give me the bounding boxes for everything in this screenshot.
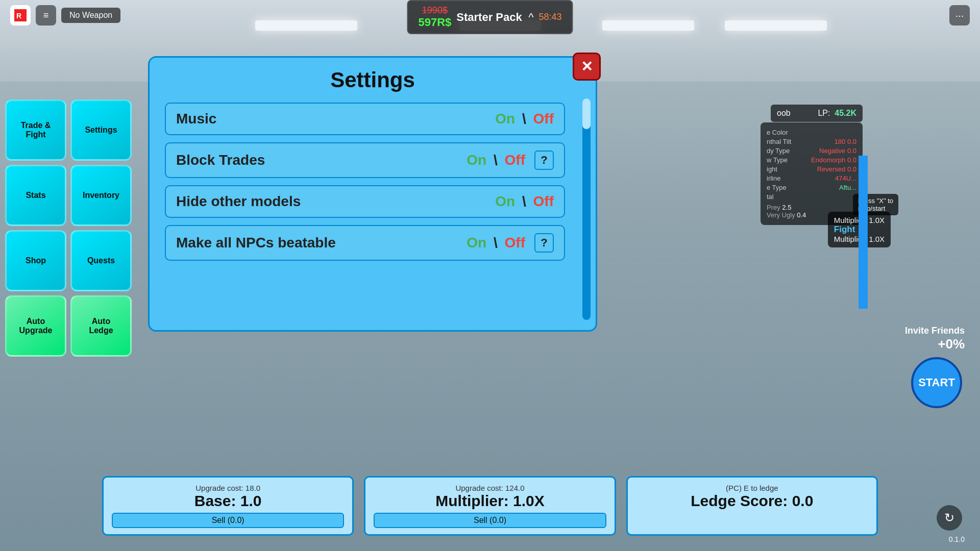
sidebar-item-auto-ledge[interactable]: Auto Ledge: [70, 295, 132, 357]
lp-bar-fill: [859, 156, 868, 309]
sidebar-item-trade-fight[interactable]: Trade & Fight: [5, 99, 66, 161]
toggle-off-npcs-beatable: Off: [505, 235, 525, 251]
settings-title: Settings: [165, 68, 580, 92]
stat-row: e Type Aftu...: [767, 184, 856, 191]
setting-row-block-trades[interactable]: Block Trades On \ Off ?: [165, 142, 565, 178]
lp-display: LP: 45.2K: [818, 109, 856, 118]
ledge-value: Ledge Score: 0.0: [636, 492, 868, 510]
setting-name-hide-models: Hide other models: [176, 193, 495, 210]
starter-pack-banner[interactable]: 1990$ 597R$ Starter Pack ^ 58:43: [407, 0, 573, 34]
toggle-on-npcs-beatable: On: [467, 235, 486, 251]
setting-name-music: Music: [176, 111, 495, 127]
roblox-icon: R: [10, 5, 31, 26]
starter-pack-old-price: 1990$: [418, 5, 451, 16]
starter-pack-title: Starter Pack: [456, 11, 522, 23]
toggle-off-music: Off: [533, 111, 554, 127]
starter-pack-timer: 58:43: [539, 12, 562, 22]
lp-bar: [859, 156, 868, 309]
svg-text:R: R: [16, 12, 21, 20]
player-name: oob: [777, 109, 791, 118]
toggle-sep-music: \: [518, 111, 530, 127]
stat-box-base: Upgrade cost: 18.0 Base: 1.0 Sell (0.0): [102, 476, 354, 536]
top-bar: R ≡ No Weapon 1990$ 597R$ Starter Pack ^…: [0, 0, 980, 31]
sidebar-item-inventory[interactable]: Inventory: [70, 165, 132, 226]
setting-toggle-npcs-beatable: On \ Off ?: [467, 233, 554, 253]
scrollbar-thumb: [582, 98, 591, 129]
mult-sell[interactable]: Sell (0.0): [374, 513, 606, 528]
mult-value: Multiplier: 1.0X: [374, 492, 606, 510]
stat-box-ledge: (PC) E to ledge Ledge Score: 0.0: [626, 476, 878, 536]
stat-row: nthal Tilt 180 0.0: [767, 138, 856, 145]
scrollbar[interactable]: [582, 98, 591, 320]
settings-modal: ✕ Settings Music On \ Off Block Trades O…: [148, 56, 597, 332]
top-center: 1990$ 597R$ Starter Pack ^ 58:43: [407, 0, 573, 34]
help-button-npcs-beatable[interactable]: ?: [534, 233, 554, 253]
toggle-sep-block-trades: \: [489, 152, 501, 168]
setting-name-block-trades: Block Trades: [176, 152, 467, 168]
bottom-stats: Upgrade cost: 18.0 Base: 1.0 Sell (0.0) …: [102, 476, 878, 536]
start-button[interactable]: START: [911, 357, 962, 408]
setting-toggle-block-trades: On \ Off ?: [467, 151, 554, 170]
toggle-off-block-trades: Off: [505, 152, 525, 168]
toggle-off-hide-models: Off: [533, 193, 554, 210]
base-upgrade-cost: Upgrade cost: 18.0: [112, 484, 344, 492]
toggle-on-hide-models: On: [495, 193, 515, 210]
help-button-block-trades[interactable]: ?: [534, 151, 554, 170]
sidebar: Trade & Fight Settings Stats Inventory S…: [5, 99, 132, 357]
setting-row-hide-models[interactable]: Hide other models On \ Off: [165, 185, 565, 218]
starter-pack-new-price: 597R$: [418, 16, 451, 29]
base-sell[interactable]: Sell (0.0): [112, 513, 344, 528]
invite-friends-label: Invite Friends: [905, 325, 965, 336]
toggle-sep-npcs-beatable: \: [489, 235, 501, 251]
stat-row: w Type Endomorph 0.0: [767, 156, 856, 164]
refresh-button[interactable]: ↻: [937, 505, 962, 531]
more-options-button[interactable]: ···: [949, 5, 970, 26]
invite-friends-panel: Invite Friends +0%: [905, 325, 965, 352]
setting-toggle-hide-models: On \ Off: [495, 193, 554, 210]
mult-upgrade-cost: Upgrade cost: 124.0: [374, 484, 606, 492]
sidebar-item-settings[interactable]: Settings: [70, 99, 132, 161]
stat-row: e Color: [767, 129, 856, 136]
base-value: Base: 1.0: [112, 492, 344, 510]
sidebar-item-shop[interactable]: Shop: [5, 230, 66, 291]
toggle-on-block-trades: On: [467, 152, 486, 168]
sidebar-item-quests[interactable]: Quests: [70, 230, 132, 291]
prey-info: Prey 2.5: [767, 204, 856, 211]
top-left: R ≡ No Weapon: [10, 5, 120, 26]
stat-row: tal: [767, 193, 856, 201]
sidebar-item-stats[interactable]: Stats: [5, 165, 66, 226]
close-button[interactable]: ✕: [573, 53, 601, 81]
setting-name-npcs-beatable: Make all NPCs beatable: [176, 235, 467, 251]
toggle-sep-hide-models: \: [518, 193, 530, 210]
ledge-upgrade-cost: (PC) E to ledge: [636, 484, 868, 492]
player-name-bar: oob LP: 45.2K: [771, 105, 863, 122]
version-label: 0.1.0: [949, 535, 965, 543]
player-stats-panel: e Color nthal Tilt 180 0.0 dy Type Negat…: [761, 122, 863, 225]
setting-toggle-music: On \ Off: [495, 111, 554, 127]
stat-row: irline 474U...: [767, 174, 856, 182]
invite-friends-pct: +0%: [905, 336, 965, 352]
toggle-on-music: On: [495, 111, 515, 127]
no-weapon-button[interactable]: No Weapon: [61, 8, 120, 23]
setting-row-music[interactable]: Music On \ Off: [165, 103, 565, 135]
setting-row-npcs-beatable[interactable]: Make all NPCs beatable On \ Off ?: [165, 225, 565, 261]
sidebar-item-auto-upgrade[interactable]: Auto Upgrade: [5, 295, 66, 357]
starter-pack-caret: ^: [528, 11, 533, 23]
stat-row: dy Type Negative 0.0: [767, 147, 856, 155]
stat-row: ight Reversed 0.0: [767, 165, 856, 173]
top-right: ···: [949, 5, 970, 26]
menu-icon[interactable]: ≡: [36, 5, 56, 26]
settings-list: Music On \ Off Block Trades On \ Off ? H…: [165, 103, 580, 261]
stat-box-multiplier: Upgrade cost: 124.0 Multiplier: 1.0X Sel…: [364, 476, 616, 536]
